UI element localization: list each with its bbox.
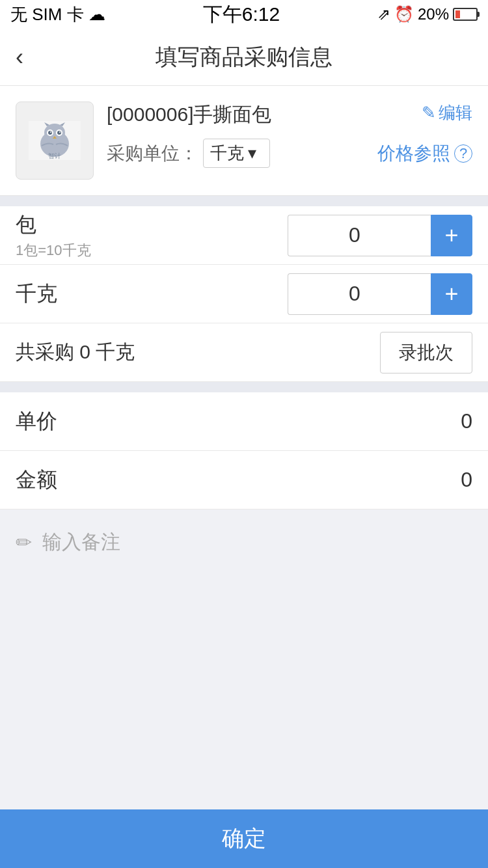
confirm-label: 确定 <box>222 824 266 854</box>
product-info: [0000006]手撕面包 ✎ 编辑 采购单位： 千克 ▾ 价格参照 ? <box>107 102 472 168</box>
status-bar: 无 SIM 卡 ☁ 下午6:12 ⇗ ⏰ 20% <box>0 0 488 29</box>
amount-row: 金额 0 <box>0 451 488 509</box>
svg-point-8 <box>57 131 61 135</box>
svg-text:智计: 智计 <box>48 152 61 159</box>
status-carrier: 无 SIM 卡 ☁ <box>10 3 105 26</box>
svg-point-10 <box>59 131 61 133</box>
product-logo: 智计 <box>29 121 81 160</box>
note-placeholder: 输入备注 <box>42 529 120 556</box>
batch-button[interactable]: 录批次 <box>380 332 472 373</box>
location-icon: ⇗ <box>377 5 390 23</box>
package-row: 包 1包=10千克 + <box>0 206 488 265</box>
nav-bar: ‹ 填写商品采购信息 <box>0 29 488 86</box>
price-ref-button[interactable]: 价格参照 ? <box>377 141 472 166</box>
info-section: 单价 0 金额 0 <box>0 392 488 509</box>
unit-price-row: 单价 0 <box>0 392 488 451</box>
kg-row: 千克 + <box>0 265 488 323</box>
total-text: 共采购 0 千克 <box>16 339 135 366</box>
help-icon: ? <box>454 144 472 163</box>
kg-input[interactable] <box>288 273 431 315</box>
unit-price-label: 单价 <box>16 407 57 436</box>
kg-plus-button[interactable]: + <box>431 273 472 315</box>
product-image: 智计 <box>16 102 94 180</box>
confirm-button[interactable]: 确定 <box>0 809 488 868</box>
package-input[interactable] <box>288 215 431 256</box>
unit-price-value: 0 <box>461 409 472 433</box>
dropdown-icon: ▾ <box>248 143 256 163</box>
section-divider-2 <box>0 382 488 392</box>
section-divider-1 <box>0 196 488 206</box>
unit-select[interactable]: 千克 ▾ <box>203 139 270 168</box>
package-label: 包 1包=10千克 <box>16 211 94 260</box>
unit-label: 采购单位： 千克 ▾ <box>107 139 270 168</box>
pencil-icon: ✏ <box>16 531 32 554</box>
amount-value: 0 <box>461 468 472 492</box>
alarm-icon: ⏰ <box>394 5 414 23</box>
package-input-wrap: + <box>94 215 472 256</box>
svg-point-9 <box>50 131 51 133</box>
svg-point-7 <box>48 131 52 135</box>
total-row: 共采购 0 千克 录批次 <box>0 323 488 382</box>
kg-label: 千克 <box>16 280 94 308</box>
package-plus-button[interactable]: + <box>431 215 472 256</box>
back-button[interactable]: ‹ <box>16 44 55 71</box>
page-title: 填写商品采购信息 <box>156 42 332 72</box>
amount-label: 金额 <box>16 466 57 495</box>
product-name: [0000006]手撕面包 <box>107 102 271 128</box>
battery-percent: 20% <box>418 5 449 23</box>
product-card: 智计 [0000006]手撕面包 ✎ 编辑 采购单位： 千克 ▾ 价格参照 ? <box>0 86 488 196</box>
kg-input-wrap: + <box>94 273 472 315</box>
input-section: 包 1包=10千克 + 千克 + 共采购 0 千克 录批次 <box>0 206 488 382</box>
battery-icon <box>453 8 478 21</box>
edit-icon: ✎ <box>422 103 436 123</box>
note-section[interactable]: ✏ 输入备注 <box>0 509 488 575</box>
content-area <box>0 575 488 757</box>
status-right-group: ⇗ ⏰ 20% <box>377 5 478 23</box>
status-time: 下午6:12 <box>203 1 280 28</box>
edit-button[interactable]: ✎ 编辑 <box>422 102 472 124</box>
